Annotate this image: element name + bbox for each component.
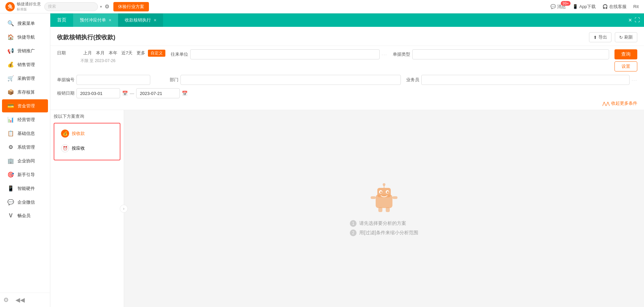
svg-point-4 — [380, 191, 382, 193]
chevron-down-icon[interactable]: ▾ — [100, 4, 102, 9]
date-filter: 日期 上月 本月 本年 近7天 更多 自定义 不限 至 2023-07-26 — [57, 49, 165, 64]
sidebar-item-operation[interactable]: 📊 经营管理 — [2, 113, 48, 126]
date-opt-custom[interactable]: 自定义 — [148, 50, 165, 57]
date-opt-7days[interactable]: 近7天 — [120, 49, 134, 57]
empty-state: 1 请先选择要分析的方案 2 用[过滤]条件来缩小分析范围 — [350, 181, 418, 236]
sidebar-collapse-icon[interactable]: ◀◀ — [15, 296, 25, 304]
date-opt-this-month[interactable]: 本月 — [95, 49, 106, 57]
date-opt-last-month[interactable]: 上月 — [82, 49, 93, 57]
sidebar-item-label: 畅会员 — [17, 213, 31, 219]
export-button[interactable]: ⬆ 导出 — [589, 32, 611, 42]
calendar-start-icon[interactable]: 📅 — [122, 91, 128, 96]
date-opt-this-year[interactable]: 本年 — [107, 49, 119, 57]
salesperson-dots[interactable]: ··· — [632, 78, 637, 83]
operation-icon: 📊 — [7, 116, 14, 123]
receipt-icon: 💰 — [61, 130, 69, 138]
counterparty-input[interactable] — [190, 49, 380, 59]
sidebar-item-hardware[interactable]: 📱 智能硬件 — [2, 182, 48, 195]
dept-label: 部门 — [170, 77, 178, 83]
industry-button[interactable]: 休验行业方案 — [113, 2, 149, 11]
sidebar-item-label: 经营管理 — [17, 117, 35, 123]
date-opt-more[interactable]: 更多 — [135, 49, 147, 57]
query-option-by-receivable[interactable]: ⏰ 按应收 — [58, 142, 116, 155]
tab-close-icon2[interactable]: × — [154, 17, 156, 23]
finance-icon: 💳 — [7, 103, 14, 109]
sidebar-item-finance[interactable]: 💳 资金管理 — [2, 99, 48, 112]
settings-button[interactable]: 设置 — [614, 61, 637, 71]
sidebar-item-label: 采购管理 — [17, 75, 35, 82]
tab-bar: 首页 预付冲应付单 × 收款核销执行 × × ⛶ — [50, 13, 644, 27]
user-info[interactable]: Rit — [633, 4, 639, 9]
sidebar-item-sales[interactable]: 💰 销售管理 — [2, 58, 48, 71]
sidebar-item-label: 搜索菜单 — [17, 20, 35, 27]
message-button[interactable]: 💬 消息 99+ — [550, 4, 566, 10]
filter-action-buttons: 查询 设置 — [614, 49, 637, 71]
doctype-filter: 单据类型 — [393, 49, 609, 59]
refresh-button[interactable]: ↻ 刷新 — [615, 32, 637, 42]
more-conditions-button[interactable]: ⋀⋀ 收起更多条件 — [602, 100, 637, 106]
empty-illustration — [367, 181, 401, 215]
empty-text: 1 请先选择要分析的方案 2 用[过滤]条件来缩小分析范围 — [350, 220, 418, 236]
dept-select[interactable] — [180, 75, 401, 85]
marketing-icon: 📢 — [7, 48, 14, 54]
home-icon: 🏠 — [7, 34, 14, 40]
sidebar-item-marketing[interactable]: 📢 营销推广 — [2, 44, 48, 57]
sidebar-item-member[interactable]: V 畅会员 — [2, 209, 48, 222]
date-dash: — — [130, 91, 134, 96]
filter-area: 日期 上月 本月 本年 近7天 更多 自定义 不限 至 2023-07-26 往… — [50, 46, 644, 110]
svg-rect-11 — [386, 207, 390, 212]
sidebar-gear-icon[interactable]: ⚙ — [3, 296, 9, 304]
search-icon: 🔍 — [7, 20, 14, 27]
date-options-row: 日期 上月 本月 本年 近7天 更多 自定义 — [57, 49, 165, 57]
docno-label: 单据编号 — [57, 77, 74, 83]
sidebar-item-basic[interactable]: 📋 基础信息 — [2, 127, 48, 140]
calendar-end-icon[interactable]: 📅 — [182, 91, 187, 96]
sidebar-item-label: 智能硬件 — [17, 186, 35, 192]
query-sidebar: 按以下方案查询 💰 按收款 ⏰ 按应收 › — [50, 110, 124, 307]
collapse-icon: › — [123, 206, 124, 211]
content-area: 首页 预付冲应付单 × 收款核销执行 × × ⛶ 收款核销执行(按收款) ⬆ 导… — [50, 13, 644, 307]
sidebar-item-inventory[interactable]: 📦 库存核算 — [2, 86, 48, 99]
gear-icon[interactable]: ⚙ — [105, 3, 109, 10]
verify-date-end-input[interactable] — [136, 88, 180, 98]
app-download-button[interactable]: 📱 App下载 — [573, 4, 596, 10]
sidebar-item-guide[interactable]: 🎯 新手引导 — [2, 168, 48, 181]
online-service-button[interactable]: 🎧 在线客服 — [602, 4, 627, 10]
sidebar-item-purchase[interactable]: 🛒 采购管理 — [2, 72, 48, 85]
docno-input[interactable] — [76, 75, 150, 85]
svg-rect-8 — [371, 196, 376, 199]
wechat-icon: 💬 — [7, 199, 14, 205]
query-panel-layout: 按以下方案查询 💰 按收款 ⏰ 按应收 › — [50, 110, 644, 307]
tab-collection[interactable]: 收款核销执行 × — [118, 13, 163, 27]
verify-date-start-input[interactable] — [76, 88, 120, 98]
doctype-select[interactable] — [412, 49, 609, 59]
sidebar-item-enterprise[interactable]: 🏢 企业协同 — [2, 154, 48, 167]
tab-close-icon[interactable]: × — [109, 17, 111, 23]
query-option-label: 按收款 — [72, 131, 85, 137]
tab-prepay[interactable]: 预付冲应付单 × — [73, 13, 118, 27]
tab-expand-button[interactable]: ⛶ — [635, 17, 640, 23]
sidebar-item-label: 新手引导 — [17, 172, 35, 178]
tab-close-button[interactable]: × — [628, 17, 632, 24]
sidebar-item-search[interactable]: 🔍 搜索菜单 — [2, 17, 48, 30]
main-content: 1 请先选择要分析的方案 2 用[过滤]条件来缩小分析范围 — [124, 110, 644, 307]
empty-hint-2: 2 用[过滤]条件来缩小分析范围 — [350, 229, 418, 236]
refresh-icon: ↻ — [619, 35, 623, 40]
salesperson-input[interactable] — [421, 75, 630, 85]
sidebar-item-wechat[interactable]: 💬 企业微信 — [2, 196, 48, 209]
sidebar-item-system[interactable]: ⚙ 系统管理 — [2, 141, 48, 154]
sidebar-item-quick-nav[interactable]: 🏠 快捷导航 — [2, 31, 48, 44]
counterparty-dots[interactable]: ··· — [382, 52, 387, 57]
sidebar-collapse-button[interactable]: › — [120, 205, 128, 213]
purchase-icon: 🛒 — [7, 75, 14, 82]
sidebar-item-label: 系统管理 — [17, 144, 35, 150]
hardware-icon: 📱 — [7, 185, 14, 192]
search-box[interactable]: 搜索 — [44, 2, 98, 11]
guide-icon: 🎯 — [7, 171, 14, 178]
member-icon: V — [7, 213, 14, 219]
tab-home[interactable]: 首页 — [50, 13, 73, 27]
main-layout: 🔍 搜索菜单 🏠 快捷导航 📢 营销推广 💰 销售管理 🛒 采购管理 📦 — [0, 13, 644, 307]
query-options-panel: 💰 按收款 ⏰ 按应收 — [54, 123, 120, 160]
query-option-by-receipt[interactable]: 💰 按收款 — [58, 127, 116, 140]
query-button[interactable]: 查询 — [614, 49, 637, 59]
